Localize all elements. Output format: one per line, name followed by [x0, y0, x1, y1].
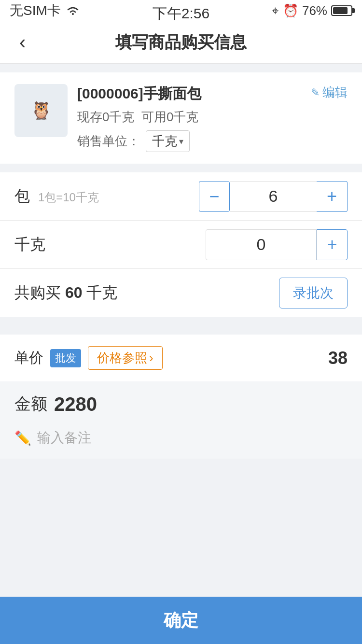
page-title: 填写商品购买信息 — [115, 31, 247, 54]
kg-quantity-control: + — [206, 229, 348, 260]
status-time: 下午2:56 — [153, 4, 209, 24]
amount-row: 金额 2280 — [14, 393, 348, 422]
edit-button[interactable]: ✎ 编辑 — [311, 84, 348, 101]
edit-label: 编辑 — [322, 84, 348, 101]
kg-input-row: 千克 + — [0, 221, 362, 269]
summary-text: 共购买 60 千克 — [14, 282, 279, 304]
status-left: 无SIM卡 — [10, 1, 80, 20]
confirm-button-label: 确定 — [164, 609, 198, 632]
status-bar: 无SIM卡 下午2:56 ⌖ ⏰ 76% — [0, 0, 362, 21]
remark-placeholder: 输入备注 — [37, 429, 91, 447]
unit-select[interactable]: 千克 ▾ — [146, 130, 190, 152]
battery-icon — [331, 5, 352, 16]
amount-label: 金额 — [14, 393, 47, 415]
section-divider-2 — [0, 317, 362, 326]
unit-value: 千克 — [152, 133, 177, 150]
summary-row: 共购买 60 千克 录批次 — [0, 269, 362, 317]
battery-percent: 76% — [302, 3, 327, 18]
price-reference-button[interactable]: 价格参照 › — [88, 346, 163, 370]
price-section: 单价 批发 价格参照 › 38 — [0, 335, 362, 381]
kg-label: 千克 — [14, 234, 206, 255]
status-right: ⌖ ⏰ 76% — [272, 3, 352, 18]
price-ref-chevron-icon: › — [149, 350, 153, 365]
package-increment-button[interactable]: + — [317, 181, 348, 212]
unit-chevron-icon: ▾ — [179, 136, 183, 147]
pencil-icon: ✏️ — [14, 430, 31, 446]
kg-quantity-input[interactable] — [206, 229, 317, 260]
section-divider-1 — [0, 164, 362, 172]
product-info: [0000006]手撕面包 现存0千克 可用0千克 销售单位： 千克 ▾ — [77, 84, 348, 152]
package-label: 包 1包=10千克 — [14, 186, 199, 207]
kg-increment-button[interactable]: + — [317, 229, 348, 260]
package-quantity-input[interactable] — [230, 181, 317, 212]
amount-section: 金额 2280 ✏️ 输入备注 — [0, 381, 362, 459]
alarm-icon: ⏰ — [283, 3, 298, 18]
price-row: 单价 批发 价格参照 › 38 — [0, 335, 362, 381]
carrier-label: 无SIM卡 — [10, 1, 61, 20]
price-ref-label: 价格参照 — [97, 350, 147, 366]
product-unit-row: 销售单位： 千克 ▾ — [77, 130, 348, 152]
confirm-bar[interactable]: 确定 — [0, 597, 362, 644]
product-logo: 🦉 — [30, 100, 52, 121]
price-tag: 批发 — [50, 349, 81, 367]
price-value: 38 — [328, 348, 348, 368]
price-label: 单价 — [14, 348, 43, 368]
wifi-icon — [66, 5, 80, 16]
package-quantity-control: − + — [199, 181, 348, 212]
remark-row[interactable]: ✏️ 输入备注 — [14, 422, 348, 459]
package-decrement-button[interactable]: − — [199, 181, 230, 212]
package-input-row: 包 1包=10千克 − + — [0, 172, 362, 221]
nav-bar: ‹ 填写商品购买信息 — [0, 21, 362, 64]
amount-value: 2280 — [54, 393, 97, 415]
product-name: [0000006]手撕面包 — [77, 84, 348, 104]
back-button[interactable]: ‹ — [14, 27, 30, 58]
unit-label: 销售单位： — [77, 133, 140, 150]
batch-button[interactable]: 录批次 — [279, 278, 348, 308]
product-stock: 现存0千克 可用0千克 — [77, 109, 348, 126]
product-card: 🦉 [0000006]手撕面包 现存0千克 可用0千克 销售单位： 千克 ▾ ✎… — [0, 72, 362, 164]
battery-fill — [333, 7, 348, 14]
edit-icon: ✎ — [311, 86, 320, 99]
svg-point-0 — [72, 13, 74, 15]
product-image: 🦉 — [14, 84, 68, 137]
package-sublabel: 1包=10千克 — [38, 191, 99, 204]
location-icon: ⌖ — [272, 3, 279, 18]
